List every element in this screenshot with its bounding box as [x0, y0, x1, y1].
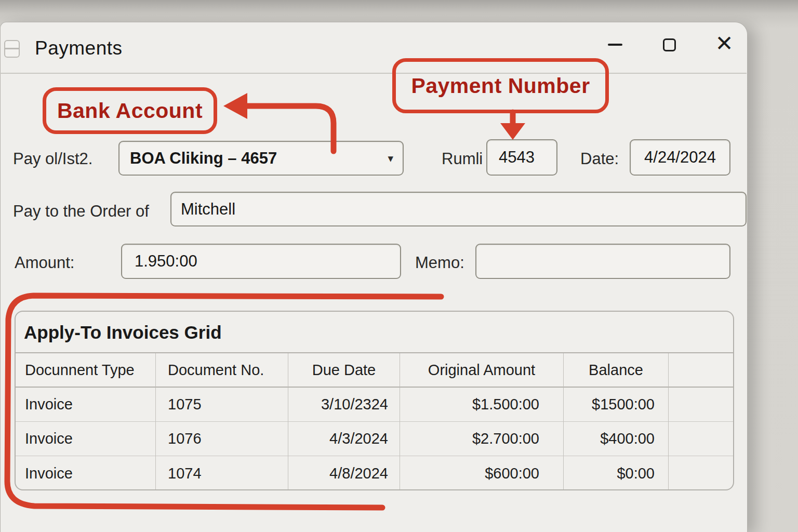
payment-number-annotation-label: Payment Number [411, 74, 590, 98]
minimize-icon [608, 44, 622, 46]
cell-due-date: 3/10/2324 [288, 388, 400, 422]
chevron-down-icon: ▾ [388, 152, 393, 165]
cell-balance: $1500:00 [564, 388, 669, 422]
cell-original-amount: $600:00 [400, 456, 564, 490]
cell-due-date: 4/3/2024 [288, 422, 400, 456]
cell-empty [669, 456, 733, 490]
title-bar: Payments ✕ [0, 22, 747, 74]
payment-number-label: Rumli [442, 150, 483, 168]
amount-value: 1.950:00 [135, 252, 197, 271]
column-header-original-amount: Original Amount [400, 353, 564, 388]
maximize-icon [663, 38, 676, 51]
pay-to-input[interactable]: Mitchell [170, 192, 747, 227]
apply-to-invoices-panel: Apply-To Invoices Grid Docunnent Type Do… [15, 311, 734, 490]
pay-to-label: Pay to the Order of [13, 202, 149, 221]
amount-input[interactable]: 1.950:00 [121, 244, 401, 279]
table-row[interactable]: Invoice 1076 4/3/2024 $2.700:00 $400:00 [16, 422, 733, 456]
close-icon: ✕ [715, 33, 733, 55]
cell-due-date: 4/8/2024 [288, 456, 400, 490]
date-input[interactable]: 4/24/2024 [630, 139, 730, 176]
invoices-table: Docunnent Type Document No. Due Date Ori… [16, 352, 733, 490]
table-row[interactable]: Invoice 1074 4/8/2024 $600:00 $0:00 [16, 456, 733, 490]
payments-screen: Payments ✕ Pay ol/Ist2. BOA Cliking – 46… [0, 0, 798, 532]
payee-account-label: Pay ol/Ist2. [13, 150, 92, 168]
cell-original-amount: $1.500:00 [400, 388, 564, 422]
close-button[interactable]: ✕ [711, 30, 738, 57]
bank-account-value: BOA Cliking – 4657 [130, 149, 277, 168]
cell-document-no: 1074 [156, 456, 288, 490]
payment-number-input[interactable]: 4543 [486, 139, 557, 176]
memo-label: Memo: [415, 254, 464, 272]
column-header-document-type: Docunnent Type [16, 353, 156, 388]
date-label: Date: [580, 150, 619, 168]
app-window-icon [4, 40, 20, 58]
bank-account-annotation-label: Bank Account [57, 99, 203, 123]
date-value: 4/24/2024 [644, 148, 716, 167]
bank-account-dropdown[interactable]: BOA Cliking – 4657 ▾ [118, 141, 404, 176]
memo-input[interactable] [475, 244, 730, 279]
maximize-button[interactable] [656, 31, 683, 58]
payment-number-annotation: Payment Number [392, 58, 609, 113]
cell-original-amount: $2.700:00 [400, 422, 564, 456]
cell-balance: $0:00 [564, 456, 669, 490]
cell-document-type: Invoice [16, 422, 156, 456]
cell-balance: $400:00 [564, 422, 669, 456]
column-header-document-no: Document No. [156, 353, 288, 388]
bank-account-annotation: Bank Account [43, 87, 217, 134]
payment-number-value: 4543 [499, 148, 535, 167]
table-row[interactable]: Invoice 1075 3/10/2324 $1.500:00 $1500:0… [16, 388, 733, 422]
cell-document-no: 1075 [156, 388, 288, 422]
grid-title: Apply-To Invoices Grid [16, 312, 733, 352]
table-header-row: Docunnent Type Document No. Due Date Ori… [16, 353, 733, 388]
cell-empty [669, 388, 733, 422]
pay-to-value: Mitchell [181, 200, 235, 219]
cell-empty [669, 422, 733, 456]
column-header-due-date: Due Date [288, 353, 400, 388]
cell-document-type: Invoice [16, 388, 156, 422]
cell-document-type: Invoice [16, 456, 156, 490]
column-header-empty [669, 353, 733, 388]
window-title: Payments [35, 37, 123, 59]
column-header-balance: Balance [564, 353, 669, 388]
minimize-button[interactable] [602, 31, 629, 58]
cell-document-no: 1076 [156, 422, 288, 456]
amount-label: Amount: [15, 254, 74, 272]
